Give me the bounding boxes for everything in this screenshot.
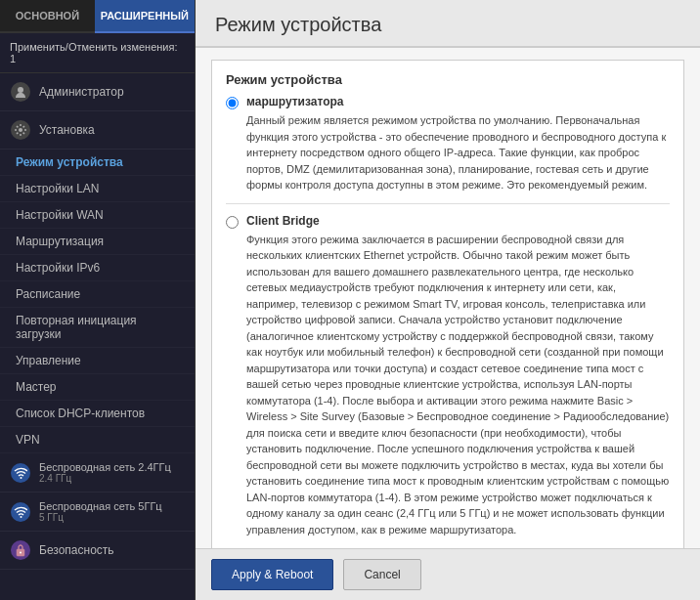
sidebar-item-schedule[interactable]: Расписание <box>0 281 195 308</box>
security-label: Безопасность <box>39 543 114 557</box>
tab-basic[interactable]: ОСНОВНОЙ <box>0 0 95 33</box>
sidebar-item-label: Установка <box>39 123 95 137</box>
sidebar-item-label: Администратор <box>39 85 124 99</box>
sidebar-item-lan[interactable]: Настройки LAN <box>0 176 195 202</box>
wifi5-freq: 5 ГГц <box>39 512 162 523</box>
apply-reboot-button[interactable]: Apply & Reboot <box>211 559 333 590</box>
sidebar-item-device-mode[interactable]: Режим устройства <box>0 150 195 176</box>
svg-point-5 <box>20 552 22 554</box>
sidebar-item-ipv6[interactable]: Настройки IPv6 <box>0 255 195 281</box>
sidebar-item-wifi5[interactable]: Беспроводная сеть 5ГГц 5 ГГц <box>0 493 195 532</box>
sidebar: ОСНОВНОЙ РАСШИРЕННЫЙ Применить/Отменить … <box>0 0 196 600</box>
device-mode-box: Режим устройства маршрутизатора Данный р… <box>211 60 684 548</box>
radio-router-desc: Данный режим является режимом устройства… <box>246 112 670 193</box>
radio-router-label: маршрутизатора <box>246 95 670 108</box>
radio-router[interactable] <box>226 97 239 109</box>
sidebar-item-security[interactable]: Безопасность <box>0 532 195 570</box>
svg-point-1 <box>19 128 22 132</box>
sidebar-item-wan[interactable]: Настройки WAN <box>0 202 195 229</box>
cancel-button[interactable]: Cancel <box>343 559 420 590</box>
section-divider <box>226 203 670 204</box>
radio-bridge-label: Client Bridge <box>246 214 670 228</box>
wifi24-label: Беспроводная сеть 2.4ГГц <box>39 461 171 473</box>
wifi5-label: Беспроводная сеть 5ГГц <box>39 500 162 512</box>
apply-changes-label: Применить/Отменить изменения: 1 <box>0 33 195 73</box>
sidebar-item-wifi24[interactable]: Беспроводная сеть 2.4ГГц 2.4 ГГц <box>0 453 195 493</box>
sidebar-item-dhcp-clients[interactable]: Список DHCP-клиентов <box>0 401 195 427</box>
main-panel: Режим устройства Режим устройства маршру… <box>196 0 700 600</box>
radio-bridge-desc: Функция этого режима заключается в расши… <box>246 232 670 538</box>
sidebar-tabs: ОСНОВНОЙ РАСШИРЕННЫЙ <box>0 0 195 33</box>
lock-icon <box>11 540 30 560</box>
sidebar-item-vpn[interactable]: VPN <box>0 427 195 453</box>
tab-advanced[interactable]: РАСШИРЕННЫЙ <box>95 0 195 33</box>
gear-icon <box>11 120 30 140</box>
svg-point-0 <box>18 87 23 93</box>
svg-point-3 <box>21 516 22 518</box>
radio-bridge[interactable] <box>226 216 239 229</box>
sidebar-item-admin[interactable]: Администратор <box>0 73 195 111</box>
sidebar-item-routing[interactable]: Маршрутизация <box>0 229 195 255</box>
wifi24-freq: 2.4 ГГц <box>39 473 171 484</box>
sidebar-item-wizard[interactable]: Мастер <box>0 374 195 401</box>
wifi24-icon <box>11 463 30 483</box>
page-title: Режим устройства <box>215 14 680 36</box>
sidebar-item-reboot[interactable]: Повторная инициация загрузки <box>0 308 195 348</box>
sidebar-item-management[interactable]: Управление <box>0 348 195 374</box>
sidebar-item-setup[interactable]: Установка <box>0 111 195 150</box>
page-header: Режим устройства <box>196 0 700 48</box>
footer-buttons: Apply & Reboot Cancel <box>196 548 700 600</box>
radio-option-router: маршрутизатора Данный режим является реж… <box>226 95 670 193</box>
radio-option-bridge: Client Bridge Функция этого режима заклю… <box>226 214 670 538</box>
wifi5-icon <box>11 502 30 522</box>
user-icon <box>11 82 30 102</box>
main-content: Режим устройства маршрутизатора Данный р… <box>196 48 700 548</box>
svg-point-2 <box>21 477 22 479</box>
content-box-title: Режим устройства <box>226 72 670 87</box>
